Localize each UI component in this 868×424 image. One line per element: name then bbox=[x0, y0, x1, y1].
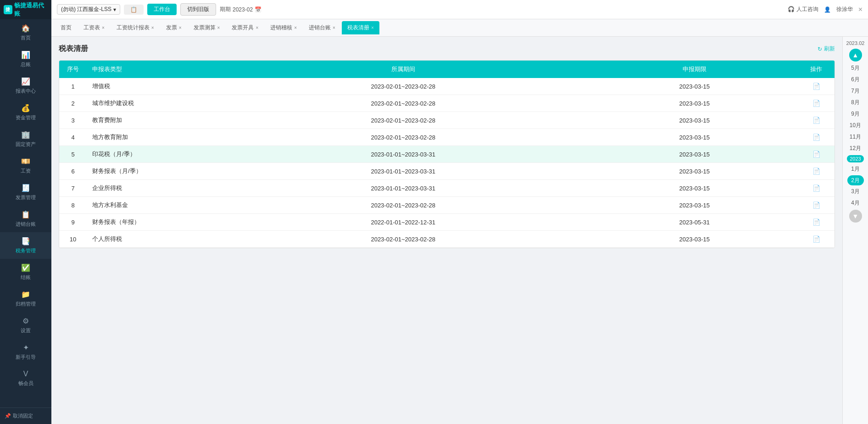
sidebar-item-ledger[interactable]: 📊 总账 bbox=[0, 46, 51, 73]
tab-salary[interactable]: 工资表 × bbox=[78, 21, 110, 34]
action-icon[interactable]: 📄 bbox=[812, 167, 820, 175]
tab-invoice-calc[interactable]: 发票测算 × bbox=[188, 21, 226, 34]
sidebar-label-reports: 报表中心 bbox=[16, 88, 36, 95]
panel-down-button[interactable]: ▼ bbox=[849, 210, 862, 223]
month-item[interactable]: 8月 bbox=[849, 97, 862, 108]
tab-tax-list[interactable]: 税表清册 × bbox=[342, 21, 379, 34]
salary-icon: 💴 bbox=[21, 157, 30, 166]
headset-icon: 🎧 bbox=[788, 6, 795, 12]
month-item[interactable]: 1月 bbox=[847, 163, 864, 175]
tab-invoice-calc-label: 发票测算 bbox=[194, 24, 216, 32]
month-item[interactable]: 9月 bbox=[849, 108, 862, 120]
col-deadline: 申报期限 bbox=[591, 61, 798, 78]
month-item[interactable]: 2月 bbox=[847, 175, 864, 185]
month-item[interactable]: 10月 bbox=[849, 120, 862, 131]
tab-purchase-audit-label: 进销稽核 bbox=[270, 24, 292, 32]
unpin-button[interactable]: 📌 取消固定 bbox=[0, 407, 51, 424]
sidebar-label-sales-ledger: 进销台账 bbox=[16, 221, 36, 228]
tab-purchase-ledger-close[interactable]: × bbox=[333, 25, 335, 30]
sidebar-item-funds[interactable]: 💰 资金管理 bbox=[0, 99, 51, 126]
cell-period: 2022-01-01~2022-12-31 bbox=[215, 214, 591, 231]
col-action: 操作 bbox=[798, 61, 835, 78]
topbar-right: 🎧 人工咨询 👤 徐涂华 × bbox=[788, 6, 862, 14]
sidebar-item-vip[interactable]: V 畅会员 bbox=[0, 365, 51, 391]
action-icon[interactable]: 📄 bbox=[812, 235, 820, 243]
tab-invoice[interactable]: 发票 × bbox=[161, 21, 187, 34]
sidebar-item-salary[interactable]: 💴 工资 bbox=[0, 152, 51, 179]
sidebar-item-invoices[interactable]: 🧾 发票管理 bbox=[0, 179, 51, 206]
cell-period: 2023-01-01~2023-03-31 bbox=[215, 146, 591, 163]
action-icon[interactable]: 📄 bbox=[812, 184, 820, 192]
month-item[interactable]: 12月 bbox=[849, 143, 862, 154]
sidebar-item-archive[interactable]: 📁 归档管理 bbox=[0, 285, 51, 312]
sidebar-label-ledger: 总账 bbox=[21, 61, 31, 68]
month-item[interactable]: 11月 bbox=[849, 131, 862, 143]
month-item[interactable]: 4月 bbox=[847, 197, 864, 209]
action-icon[interactable]: 📄 bbox=[812, 134, 820, 141]
company-selector[interactable]: (勿动) 江西服金-LSS ▾ bbox=[57, 4, 120, 15]
workspace-button[interactable]: 工作台 bbox=[147, 4, 177, 15]
tax-icon: 📑 bbox=[21, 237, 30, 245]
switch-old-button[interactable]: 切到旧版 bbox=[180, 3, 216, 16]
tab-home[interactable]: 首页 bbox=[55, 21, 77, 34]
cell-action: 📄 bbox=[798, 180, 835, 197]
action-icon[interactable]: 📄 bbox=[812, 117, 820, 124]
assets-icon: 🏢 bbox=[21, 130, 30, 139]
ai-consult-btn[interactable]: 🎧 人工咨询 bbox=[788, 6, 818, 13]
cell-period: 2023-02-01~2023-02-28 bbox=[215, 112, 591, 129]
tab-salary-report[interactable]: 工资统计报表 × bbox=[111, 21, 160, 34]
tab-purchase-audit-close[interactable]: × bbox=[294, 25, 297, 30]
tab-invoice-calc-close[interactable]: × bbox=[217, 25, 220, 30]
tax-table-container: 序号 申报表类型 所属期间 申报期限 操作 1 增值税 2023-02-01~2… bbox=[59, 60, 835, 248]
refresh-button[interactable]: ↻ 刷新 bbox=[818, 45, 835, 53]
sidebar-label-salary: 工资 bbox=[21, 167, 31, 174]
action-icon[interactable]: 📄 bbox=[812, 100, 820, 107]
action-icon[interactable]: 📄 bbox=[812, 201, 820, 209]
window-close-button[interactable]: × bbox=[858, 6, 862, 14]
action-icon[interactable]: 📄 bbox=[812, 151, 820, 158]
sidebar-item-settings[interactable]: ⚙ 设置 bbox=[0, 312, 51, 339]
table-header-row: 序号 申报表类型 所属期间 申报期限 操作 bbox=[59, 61, 835, 78]
panel-year-label: 2023.02 bbox=[846, 39, 866, 48]
month-item[interactable]: 7月 bbox=[849, 85, 862, 97]
sidebar-item-assets[interactable]: 🏢 固定资产 bbox=[0, 126, 51, 152]
tab-invoice-label: 发票 bbox=[166, 24, 177, 32]
action-icon[interactable]: 📄 bbox=[812, 218, 820, 226]
chevron-down-icon: ▾ bbox=[113, 6, 116, 13]
tab-salary-report-close[interactable]: × bbox=[151, 25, 154, 30]
page-title: 税表清册 bbox=[59, 44, 88, 54]
tab-tax-list-label: 税表清册 bbox=[347, 24, 369, 32]
tab-invoice-close[interactable]: × bbox=[179, 25, 182, 30]
cell-type: 财务报表（月/季） bbox=[87, 163, 215, 180]
tab-invoice-open-close[interactable]: × bbox=[256, 25, 258, 30]
month-item[interactable]: 5月 bbox=[849, 62, 862, 74]
action-icon[interactable]: 📄 bbox=[812, 83, 820, 90]
sidebar-item-guide[interactable]: ✦ 新手引导 bbox=[0, 339, 51, 365]
sidebar-item-sales-ledger[interactable]: 📋 进销台账 bbox=[0, 206, 51, 232]
logo-icon: 捷 bbox=[4, 5, 12, 14]
tab-tax-list-close[interactable]: × bbox=[371, 25, 374, 30]
sidebar-item-home[interactable]: 🏠 首页 bbox=[0, 19, 51, 46]
sidebar-item-tax[interactable]: 📑 税务管理 bbox=[0, 232, 51, 259]
period-text: 期期 bbox=[220, 6, 231, 13]
year-badge[interactable]: 2023 bbox=[847, 155, 863, 162]
tab-purchase-ledger[interactable]: 进销台账 × bbox=[303, 21, 341, 34]
tab-invoice-open[interactable]: 发票开具 × bbox=[226, 21, 264, 34]
copy-button[interactable]: 📋 bbox=[124, 5, 144, 15]
table-row: 7 企业所得税 2023-01-01~2023-03-31 2023-03-15… bbox=[59, 180, 835, 197]
month-item[interactable]: 6月 bbox=[849, 74, 862, 85]
sidebar-label-tax: 税务管理 bbox=[16, 247, 36, 254]
month-item[interactable]: 3月 bbox=[847, 186, 864, 197]
ai-consult-label: 人工咨询 bbox=[796, 6, 818, 12]
sidebar-item-reports[interactable]: 📈 报表中心 bbox=[0, 73, 51, 99]
sidebar-label-home: 首页 bbox=[21, 34, 31, 41]
sidebar-item-close-accounts[interactable]: ✅ 结账 bbox=[0, 259, 51, 285]
cell-type: 财务报表（年报） bbox=[87, 214, 215, 231]
tab-salary-close[interactable]: × bbox=[102, 25, 105, 30]
period-label: 期期 2023-02 📅 bbox=[220, 6, 262, 13]
cell-type: 印花税（月/季） bbox=[87, 146, 215, 163]
vip-icon: V bbox=[23, 370, 28, 378]
tab-purchase-audit[interactable]: 进销稽核 × bbox=[265, 21, 302, 34]
home-icon: 🏠 bbox=[21, 24, 30, 33]
panel-up-button[interactable]: ▲ bbox=[849, 49, 862, 61]
